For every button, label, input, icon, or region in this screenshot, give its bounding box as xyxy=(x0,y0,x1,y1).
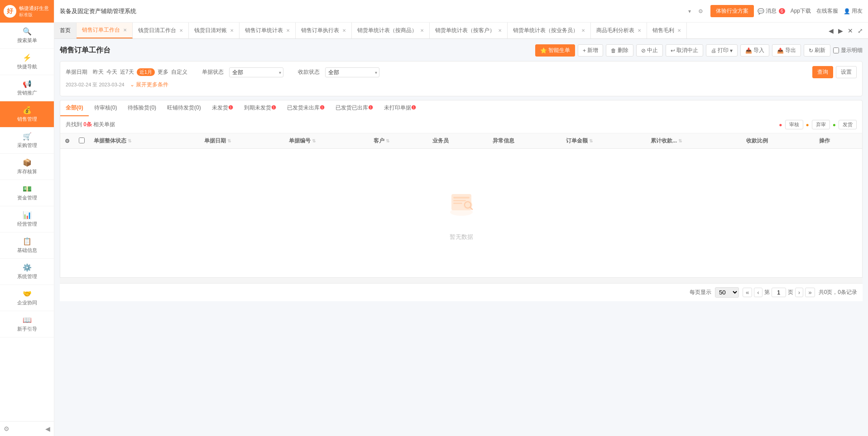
page-number-input[interactable] xyxy=(772,288,786,297)
dropdown-icon[interactable]: ▾ xyxy=(688,8,691,14)
tab-close-icon[interactable]: ✕ xyxy=(342,28,346,33)
export-button[interactable]: 📤 导出 xyxy=(772,44,801,57)
tab-sales-exec[interactable]: 销售订单执行表 ✕ xyxy=(296,23,352,38)
dot-red: ● xyxy=(779,122,782,128)
subtab-pending-inspect[interactable]: 待拣验货(0) xyxy=(122,100,162,116)
subtab-shop-pending[interactable]: 旺铺待发货(0) xyxy=(162,100,206,116)
bottom-scrollbar[interactable] xyxy=(60,278,863,283)
sidebar-item-inventory[interactable]: 📦库存核算 xyxy=(0,154,54,180)
tab-sales-stats[interactable]: 销售订单统计表 ✕ xyxy=(240,23,296,38)
ship-btn[interactable]: 发货 xyxy=(839,120,857,129)
cancel-stop-button[interactable]: ↩ 取消中止 xyxy=(666,44,703,57)
sub-tabs: 全部(0) 待审核(0) 待拣验货(0) 旺铺待发货(0) 未发货❶ 到期未发货… xyxy=(60,100,863,116)
tab-close-icon[interactable]: ✕ xyxy=(498,28,502,33)
col-customer[interactable]: 客户 xyxy=(369,133,428,149)
tab-next-icon[interactable]: ▶ xyxy=(836,26,845,35)
sidebar-item-label: 采购管理 xyxy=(17,142,37,149)
subtab-unprinted[interactable]: 未打印单据❶ xyxy=(379,100,422,116)
user-menu[interactable]: 👤 用友 xyxy=(844,7,863,15)
sidebar-item-guide[interactable]: 📖新手引导 xyxy=(0,311,54,337)
delete-button[interactable]: 🗑 删除 xyxy=(606,44,633,57)
tab-sales-gross[interactable]: 销售毛利 ✕ xyxy=(647,23,687,38)
per-page-select[interactable]: 10 20 50 100 xyxy=(715,287,739,298)
revoke-btn[interactable]: 弃审 xyxy=(812,120,830,129)
shortcut-today[interactable]: 今天 xyxy=(106,68,117,76)
col-accumulated[interactable]: 累计收款... xyxy=(646,133,742,149)
sidebar-item-base-info[interactable]: 📋基础信息 xyxy=(0,232,54,259)
display-detail-label[interactable]: 显示明细 xyxy=(833,47,863,54)
sidebar-item-operations[interactable]: 📊经营管理 xyxy=(0,206,54,232)
sidebar-item-quick-nav[interactable]: ⚡快捷导航 xyxy=(0,49,54,75)
sidebar-item-system[interactable]: ⚙️系统管理 xyxy=(0,259,54,285)
gear-icon[interactable]: ⚙ xyxy=(698,8,703,14)
audit-btn[interactable]: 审核 xyxy=(785,120,803,129)
status-select[interactable]: 全部 xyxy=(229,67,283,77)
tab-sales-goods[interactable]: 销货单统计表（按商品） ✕ xyxy=(352,23,430,38)
tab-close-icon[interactable]: ✕ xyxy=(581,28,585,33)
col-status[interactable]: 单据整体状态 xyxy=(89,133,200,149)
solution-button[interactable]: 体验行业方案 xyxy=(710,5,754,17)
tab-money-account[interactable]: 钱货日清对账 ✕ xyxy=(189,23,240,38)
subtab-unshipped[interactable]: 未发货❶ xyxy=(206,100,239,116)
expand-filter-btn[interactable]: ⌄ 展开更多条件 xyxy=(130,81,168,89)
shortcut-yesterday[interactable]: 昨天 xyxy=(93,68,104,76)
sidebar-item-label: 销售管理 xyxy=(17,116,37,123)
sidebar-item-search[interactable]: 🔍搜索菜单 xyxy=(0,23,54,49)
stop-button[interactable]: ⊘ 中止 xyxy=(636,44,663,57)
tab-prev-icon[interactable]: ◀ xyxy=(826,26,836,35)
setting-button[interactable]: 设置 xyxy=(836,66,857,78)
tab-sales-workbench[interactable]: 销售订单工作台 ✕ xyxy=(77,23,133,38)
tab-gross-profit[interactable]: 商品毛利分析表 ✕ xyxy=(591,23,647,38)
online-service-link[interactable]: 在线客服 xyxy=(816,7,838,15)
subtab-overdue-unshipped[interactable]: 到期未发货❶ xyxy=(239,100,282,116)
sidebar-item-enterprise[interactable]: 🤝企业协同 xyxy=(0,285,54,311)
page-first-btn[interactable]: « xyxy=(743,288,752,297)
tab-close-all-icon[interactable]: ✕ xyxy=(845,26,855,35)
payment-select[interactable]: 全部 xyxy=(325,67,379,77)
shortcut-1month[interactable]: 近1月 xyxy=(137,68,155,76)
tab-close-icon[interactable]: ✕ xyxy=(638,28,641,33)
shortcut-more[interactable]: 更多 xyxy=(158,68,168,76)
page-next-btn[interactable]: › xyxy=(795,288,803,297)
smart-create-button[interactable]: ⭐ 智能生单 xyxy=(535,44,575,57)
display-detail-checkbox[interactable] xyxy=(833,47,839,53)
select-all-checkbox[interactable] xyxy=(79,137,85,143)
tab-close-icon[interactable]: ✕ xyxy=(420,28,424,33)
print-button[interactable]: 🖨 打印 ▾ xyxy=(706,44,738,57)
tab-home[interactable]: 首页 xyxy=(54,23,77,38)
sidebar-item-marketing[interactable]: 📢营销推广 xyxy=(0,75,54,101)
shortcut-custom[interactable]: 自定义 xyxy=(171,68,187,76)
app-download-link[interactable]: App下载 xyxy=(791,7,811,15)
subtab-shipped-out[interactable]: 已发货已出库❶ xyxy=(330,100,379,116)
tab-close-icon[interactable]: ✕ xyxy=(123,28,127,33)
page-last-btn[interactable]: » xyxy=(805,288,815,297)
add-button[interactable]: + 新增 xyxy=(578,44,603,57)
col-date[interactable]: 单据日期 xyxy=(200,133,284,149)
query-button[interactable]: 查询 xyxy=(812,66,833,78)
content-area: 销售订单工作台 ⭐ 智能生单 + 新增 🗑 删除 ⊘ 中止 ↩ 取消中止 🖨 打… xyxy=(54,39,868,436)
tab-sales-customer[interactable]: 销货单统计表（按客户） ✕ xyxy=(430,23,508,38)
tab-close-icon[interactable]: ✕ xyxy=(230,28,234,33)
sidebar-item-purchase[interactable]: 🛒采购管理 xyxy=(0,128,54,154)
message-link[interactable]: 💬 消息6 xyxy=(758,7,785,15)
tab-close-icon[interactable]: ✕ xyxy=(677,28,681,33)
sidebar-item-finance[interactable]: 💵资金管理 xyxy=(0,180,54,206)
page-prev-btn[interactable]: ‹ xyxy=(754,288,762,297)
refresh-button[interactable]: ↻ 刷新 xyxy=(804,44,830,57)
dot-orange: ● xyxy=(806,122,809,128)
tab-sales-staff[interactable]: 销货单统计表（按业务员） ✕ xyxy=(508,23,591,38)
tab-maximize-icon[interactable]: ⤢ xyxy=(855,26,865,35)
subtab-shipped-not-out[interactable]: 已发货未出库❶ xyxy=(282,100,330,116)
import-button[interactable]: 📥 导入 xyxy=(740,44,769,57)
shortcut-7days[interactable]: 近7天 xyxy=(120,68,134,76)
collapse-icon[interactable]: ◀ xyxy=(45,425,50,432)
subtab-pending-audit[interactable]: 待审核(0) xyxy=(89,100,123,116)
subtab-all[interactable]: 全部(0) xyxy=(60,100,89,116)
tab-close-icon[interactable]: ✕ xyxy=(179,28,183,33)
tab-money-clear[interactable]: 钱货日清工作台 ✕ xyxy=(133,23,189,38)
col-amount[interactable]: 订单金额 xyxy=(561,133,646,149)
tab-close-icon[interactable]: ✕ xyxy=(286,28,290,33)
settings-icon[interactable]: ⚙ xyxy=(4,425,10,432)
sidebar-item-sales[interactable]: 💰销售管理 xyxy=(0,101,54,128)
col-number[interactable]: 单据编号 xyxy=(284,133,369,149)
